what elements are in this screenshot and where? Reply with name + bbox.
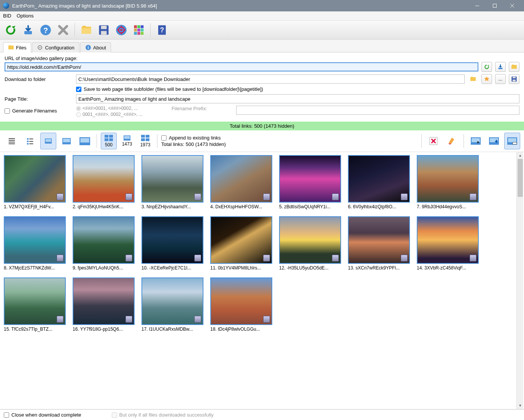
- thumbnail-item[interactable]: 3. NnpEZHijvshaamdY...: [141, 155, 203, 209]
- thumb-medium-button[interactable]: [59, 133, 75, 149]
- filename-prefix-input[interactable]: [236, 106, 519, 115]
- thumbnail-image[interactable]: [417, 155, 479, 203]
- folder-favorite-button[interactable]: [481, 74, 492, 84]
- thumbnail-image[interactable]: [279, 155, 341, 203]
- download-button[interactable]: [21, 22, 36, 38]
- url-folder-button[interactable]: [509, 62, 519, 72]
- folder-button[interactable]: [79, 22, 94, 38]
- tab-files[interactable]: Files: [3, 42, 31, 52]
- thumb-large-button[interactable]: [77, 133, 93, 149]
- folder-input[interactable]: [76, 74, 465, 84]
- thumbnail-image[interactable]: [4, 277, 66, 325]
- thumbnail-image[interactable]: [210, 216, 272, 264]
- next-button[interactable]: [468, 133, 484, 149]
- thumbnail-item[interactable]: 14. 3XVbR-zC458ViqF...: [417, 216, 479, 271]
- detail-view-button[interactable]: [22, 133, 38, 149]
- filter-1473-button[interactable]: 1473: [119, 133, 135, 149]
- folder-browse-button[interactable]: ...: [495, 74, 506, 84]
- only-if-success-checkbox[interactable]: But only if all files downloaded success…: [112, 412, 214, 418]
- title-bar: EarthPorn_ Amazing images of light and l…: [0, 0, 524, 11]
- thumbnail-item[interactable]: 17. l1UUCKaRxsMDBw...: [141, 277, 203, 332]
- download-thumb-button[interactable]: [486, 133, 502, 149]
- thumbnail-item[interactable]: 4. DxEHXspHwHFOSW...: [210, 155, 272, 209]
- thumbnail-item[interactable]: 2. qFm35KjUHw4K5nK...: [73, 155, 135, 209]
- url-download-button[interactable]: [495, 62, 506, 72]
- thumbnail-item[interactable]: 9. fpes3MYLAoNUQh5...: [73, 216, 135, 271]
- close-on-complete-checkbox[interactable]: Close when download complete: [4, 412, 81, 418]
- thumbnail-item[interactable]: 16. YY7f918G-pp15Q6...: [73, 277, 135, 332]
- list-view-button[interactable]: [4, 133, 20, 149]
- thumbnail-item[interactable]: 6. 6V0ylhbx4izQtpf8O...: [348, 155, 410, 209]
- scroll-up-icon[interactable]: ▲: [517, 152, 524, 159]
- minimize-button[interactable]: [468, 0, 486, 11]
- tab-config-label: Configuration: [45, 45, 74, 51]
- append-links-checkbox[interactable]: Append to existing links: [161, 135, 226, 141]
- grid-view-button[interactable]: [131, 22, 146, 38]
- scroll-down-icon[interactable]: ▼: [517, 402, 524, 409]
- filter-1973-button[interactable]: 1973: [137, 133, 153, 149]
- thumbnail-image[interactable]: [348, 155, 410, 203]
- info-icon: i: [85, 44, 91, 51]
- menu-bid[interactable]: BID: [3, 13, 11, 19]
- refresh-button[interactable]: [3, 22, 18, 38]
- cancel-button[interactable]: [56, 22, 71, 38]
- remove-button[interactable]: [426, 133, 441, 149]
- thumbnail-item[interactable]: 5. zBdtIsiSwQUqNRY1i...: [279, 155, 341, 209]
- thumbnail-image[interactable]: [210, 155, 272, 203]
- thumbnail-item[interactable]: 11. 0b1YV4MPM8Lhlrs...: [210, 216, 272, 271]
- thumbnail-image[interactable]: [4, 155, 66, 203]
- thumbnail-image[interactable]: [73, 155, 135, 203]
- save-subfolder-check-input[interactable]: [76, 87, 81, 92]
- generate-filenames-checkbox[interactable]: Generate Filenames: [5, 108, 73, 114]
- thumbnail-item[interactable]: 10. -XCEeRePjcE7C1I...: [141, 216, 203, 271]
- scrollbar[interactable]: ▲ ▼: [516, 152, 523, 409]
- page-title-label: Page Title:: [5, 96, 73, 102]
- thumbnail-item[interactable]: 1. VZM7QXEFj9_H4Fv...: [4, 155, 66, 209]
- thumbnail-image[interactable]: [141, 155, 203, 203]
- manual-button[interactable]: ?: [154, 22, 170, 38]
- filter-500-button[interactable]: 500: [101, 133, 117, 149]
- thumb-small-button[interactable]: [40, 133, 56, 149]
- thumbnail-item[interactable]: 15. TfCc92s7TIp_BTZ...: [4, 277, 66, 332]
- filename-pattern-2[interactable]: [76, 112, 81, 117]
- thumbnail-image[interactable]: [73, 277, 135, 325]
- thumbnail-image[interactable]: [348, 216, 410, 264]
- close-button[interactable]: [503, 0, 521, 11]
- thumbnail-item[interactable]: 13. sXCn7wREck9YPFl...: [348, 216, 410, 271]
- rename-button[interactable]: [504, 133, 520, 149]
- thumbnail-item[interactable]: 12. -H35LU5yuDO5dE...: [279, 216, 341, 271]
- page-title-input[interactable]: [76, 94, 519, 103]
- folder-icon: [8, 44, 14, 51]
- tab-about[interactable]: i About: [80, 42, 111, 52]
- save-button[interactable]: [96, 22, 111, 38]
- filename-pattern-1[interactable]: [76, 106, 81, 111]
- thumbnail-filename: 13. sXCn7wREck9YPFl...: [348, 265, 410, 271]
- settings-button[interactable]: [114, 22, 129, 38]
- thumbnail-grid[interactable]: 1. VZM7QXEFj9_H4Fv...2. qFm35KjUHw4K5nK.…: [0, 152, 524, 409]
- maximize-button[interactable]: [486, 0, 503, 11]
- url-refresh-button[interactable]: [481, 62, 492, 72]
- total-links-bar: Total links: 500 (1473 hidden): [0, 122, 524, 130]
- thumbnail-image[interactable]: [73, 216, 135, 264]
- thumbnail-image[interactable]: [141, 277, 203, 325]
- tab-config[interactable]: Configuration: [32, 42, 79, 52]
- folder-save-button[interactable]: [509, 74, 519, 84]
- url-input[interactable]: [5, 62, 478, 71]
- thumbnail-item[interactable]: 7. 9RbJl3Hd44egvvoS...: [417, 155, 479, 209]
- thumbnail-item[interactable]: 8. X7MjcEzS7TNKZdW...: [4, 216, 66, 271]
- thumbnail-image[interactable]: [141, 216, 203, 264]
- svg-text:i: i: [87, 45, 89, 50]
- thumbnail-image[interactable]: [417, 216, 479, 264]
- thumbnail-image[interactable]: [279, 216, 341, 264]
- save-subfolder-checkbox[interactable]: Save to web page title subfolder (files …: [76, 86, 263, 92]
- generate-filenames-check-input[interactable]: [5, 108, 10, 114]
- thumbnail-image[interactable]: [210, 277, 272, 325]
- scroll-thumb[interactable]: [518, 159, 523, 197]
- thumbnail-image[interactable]: [4, 216, 66, 264]
- thumbnail-item[interactable]: 18. tDc4jP8wlvOLGGu...: [210, 277, 272, 332]
- folder-open-button[interactable]: [468, 74, 478, 84]
- menu-options[interactable]: Options: [17, 13, 34, 19]
- help-button[interactable]: ?: [38, 22, 53, 38]
- clear-button[interactable]: [444, 133, 460, 149]
- svg-rect-34: [499, 68, 503, 69]
